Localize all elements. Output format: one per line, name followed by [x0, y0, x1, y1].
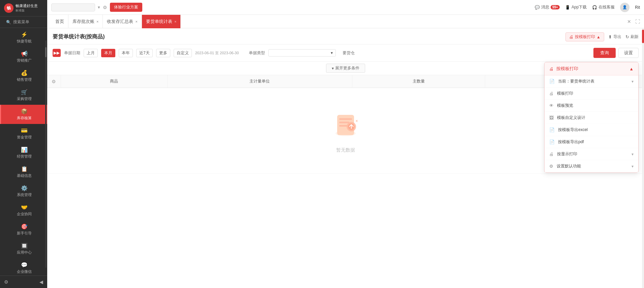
sidebar-bottom: ⚙ ◀ [0, 276, 47, 288]
page-scrollbar-track [642, 28, 644, 288]
inventory-icon: 📦 [21, 108, 28, 115]
logo-icon: 畅 [4, 3, 13, 13]
filter-last-7[interactable]: 近7天 [136, 49, 153, 57]
display-print-item[interactable]: 🖨 按显示打印 ▾ [545, 148, 638, 160]
table-col-settings[interactable]: ⚙ [47, 75, 61, 88]
page-header-actions: 🖨 按模板打印 ▲ ⬆ 导出 ↻ 刷新 [565, 32, 639, 41]
tab-batch-account[interactable]: 库存批次账 × [68, 15, 103, 28]
settings-button[interactable]: 设置 [618, 48, 639, 58]
current-template-icon: 📄 [549, 79, 555, 84]
sidebar-item-apps[interactable]: 🔲 应用中心 [0, 239, 47, 258]
sidebar-item-finance[interactable]: 💳 资金管理 [0, 124, 47, 143]
tab-window-buttons: ✕ ⛶ [626, 18, 644, 25]
sidebar-item-inventory[interactable]: 📦 库存核算 [0, 105, 47, 124]
filter-this-month[interactable]: 本月 [101, 49, 115, 57]
shortcut-icon: ⚡ [21, 31, 28, 38]
template-export-excel-item[interactable]: 📄 按模板导出excel [545, 124, 638, 136]
refresh-icon: ↻ [625, 34, 629, 39]
settings-icon[interactable]: ⚙ [4, 279, 8, 285]
svg-rect-3 [339, 122, 349, 123]
empty-svg-icon [330, 108, 361, 138]
sidebar-scrollbar [45, 40, 47, 268]
guide-icon: 🎯 [21, 223, 28, 230]
messages-button[interactable]: 💬 消息 99+ [535, 4, 560, 10]
display-print-icon: 🖨 [549, 152, 554, 157]
template-export-pdf-item[interactable]: 📄 按模板导出pdf [545, 136, 638, 148]
sidebar-item-operation[interactable]: 📊 经营管理 [0, 143, 47, 162]
apps-icon: 🔲 [21, 243, 28, 249]
query-button[interactable]: 查询 [593, 48, 616, 58]
sidebar-item-system[interactable]: ⚙️ 系统管理 [0, 182, 47, 201]
sidebar-item-basic[interactable]: 📋 基础信息 [0, 162, 47, 182]
filter-expand-button[interactable]: ▶▶ [53, 49, 61, 57]
date-filter-label: 单据日期 [64, 50, 80, 56]
sidebar-item-sales[interactable]: 💰 销售管理 [0, 66, 47, 86]
filter-prev-month[interactable]: 上月 [84, 49, 98, 57]
industry-solution-button[interactable]: 体验行业方案 [110, 3, 142, 12]
finance-icon: 💳 [21, 127, 28, 134]
date-range-display: 2023-06-01 至 2023-06-30 [195, 51, 239, 56]
sidebar-item-purchase[interactable]: 🛒 采购管理 [0, 86, 47, 105]
filter-this-year[interactable]: 本年 [119, 49, 133, 57]
dropdown-header: 🖨 按模板打印 ▲ [545, 62, 638, 75]
print-dropdown-arrow[interactable]: ▲ [596, 35, 601, 39]
sidebar: 畅 畅康通好生意 标准版 🔍 搜索菜单 ⚡ 快捷导航 📢 营销推广 💰 销售管理… [0, 0, 47, 288]
purchase-icon: 🛒 [21, 89, 28, 95]
tab-receipt-summary[interactable]: 收发存汇总表 × [103, 15, 142, 28]
template-preview-item[interactable]: 👁 模板预览 [545, 100, 638, 112]
refresh-button[interactable]: ↻ 刷新 [625, 34, 639, 40]
tab-close-batch-account[interactable]: × [96, 20, 98, 24]
online-service-button[interactable]: 🎧 在线客服 [592, 4, 615, 10]
current-template-item[interactable]: 📄 当前：要货单统计表 ▾ [545, 75, 638, 88]
tab-order-stats[interactable]: 要货单统计表 × [142, 15, 181, 28]
close-window-button[interactable]: ✕ [626, 18, 633, 25]
filter-more[interactable]: 更多 [156, 49, 170, 57]
topbar-search-input[interactable] [51, 3, 95, 11]
template-print-icon: 🖨 [549, 91, 554, 96]
empty-illustration [330, 108, 361, 144]
print-template-button[interactable]: 🖨 按模板打印 ▲ [565, 32, 604, 41]
marketing-icon: 📢 [21, 51, 28, 57]
page-content: 要货单统计表(按商品) 🖨 按模板打印 ▲ ⬆ 导出 ↻ 刷新 ▶▶ [47, 28, 644, 288]
tab-home[interactable]: 首页 [51, 15, 68, 28]
dropdown-printer-icon: 🖨 [549, 66, 554, 71]
app-download-button[interactable]: 📱 App下载 [565, 4, 587, 10]
sidebar-item-shortcut[interactable]: ⚡ 快捷导航 [0, 28, 47, 47]
wechat-icon: 💬 [21, 262, 28, 268]
search-icon: 🔍 [6, 20, 11, 25]
template-print-item[interactable]: 🖨 模板打印 [545, 88, 638, 100]
topbar-dropdown-arrow[interactable]: ▾ [98, 5, 100, 10]
main-content: ▾ ⚙ 体验行业方案 💬 消息 99+ 📱 App下载 🎧 在线客服 👤 Rit [47, 0, 644, 288]
search-menu[interactable]: 🔍 搜索菜单 [0, 17, 47, 28]
order-type-select[interactable]: ▾ [268, 49, 336, 57]
set-default-icon: ⚙ [549, 164, 553, 169]
export-icon: ⬆ [608, 34, 612, 39]
select-arrow-icon: ▾ [331, 51, 333, 55]
table-gear-icon[interactable]: ⚙ [52, 79, 56, 84]
topbar-gear-icon[interactable]: ⚙ [103, 5, 107, 10]
export-button[interactable]: ⬆ 导出 [608, 34, 621, 40]
page-header: 要货单统计表(按商品) 🖨 按模板打印 ▲ ⬆ 导出 ↻ 刷新 [47, 28, 644, 44]
expand-more-button[interactable]: ▾ 展开更多条件 [326, 64, 365, 73]
sidebar-item-guide[interactable]: 🎯 新手引导 [0, 220, 47, 239]
tab-close-order-stats[interactable]: × [174, 20, 176, 24]
maximize-window-button[interactable]: ⛶ [634, 18, 641, 25]
sidebar-item-marketing[interactable]: 📢 营销推广 [0, 47, 47, 66]
page-scrollbar-thumb[interactable] [642, 30, 644, 43]
user-name: Rit [635, 5, 640, 10]
template-design-item[interactable]: 🖼 模板自定义设计 [545, 112, 638, 124]
tab-close-receipt-summary[interactable]: × [135, 20, 137, 24]
filter-custom[interactable]: 自定义 [174, 49, 192, 57]
user-avatar[interactable]: 👤 [620, 3, 630, 12]
collapse-icon[interactable]: ◀ [39, 279, 43, 285]
display-print-arrow: ▾ [632, 152, 634, 157]
tabbar: 首页 库存批次账 × 收发存汇总表 × 要货单统计表 × ✕ ⛶ [47, 15, 644, 28]
printer-icon: 🖨 [569, 34, 574, 39]
sales-icon: 💰 [21, 70, 28, 76]
dropdown-collapse-icon[interactable]: ▲ [629, 66, 634, 71]
sidebar-item-wechat[interactable]: 💬 企业微信 [0, 258, 47, 276]
filter-bar: ▶▶ 单据日期 上月 本月 本年 近7天 更多 自定义 2023-06-01 至… [47, 44, 644, 62]
set-default-item[interactable]: ⚙ 设置默认功能 ▾ [545, 160, 638, 172]
chevron-down-icon: ▾ [332, 66, 334, 71]
sidebar-item-collab[interactable]: 🤝 企业协同 [0, 201, 47, 220]
